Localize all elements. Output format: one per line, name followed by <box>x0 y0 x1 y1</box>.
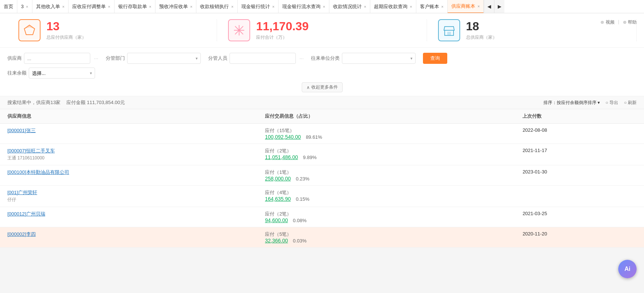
summary-row: 13 总应付供应商（家） 11,170.39 应付合计（万） <box>0 13 644 48</box>
supplier-link[interactable]: [000012]广州贝瑞 <box>7 211 45 217</box>
nav-tab-bank-deposit-close[interactable]: × <box>149 4 151 9</box>
category-filter-label: 往来单位分类 <box>311 55 340 62</box>
supplier-link[interactable]: [000001]张三 <box>7 128 36 133</box>
supplier-sub: 仔仔 <box>7 197 250 203</box>
dept-filter-label: 分管部门 <box>106 55 125 62</box>
nav-tab-overdue-close[interactable]: × <box>410 4 412 9</box>
table-row: [000012]广州贝瑞 应付（2笔） 94,600.00 0.08% 2021… <box>0 207 644 227</box>
video-link[interactable]: ⊙ 视频 <box>601 19 614 25</box>
query-button[interactable]: 查询 <box>423 53 447 64</box>
filter-row-1: 供应商 ··· 分管部门 分管人员 ··· 往 <box>7 53 637 64</box>
help-icon: ⊙ <box>623 20 627 25</box>
refresh-button[interactable]: ○ 刷新 <box>624 100 637 106</box>
tx-amount-row: 100,092,540.00 89.61% <box>265 134 508 140</box>
summary-card-payable-total: 11,170.39 应付合计（万） <box>217 19 427 41</box>
nav-tab-3-close[interactable]: × <box>26 4 28 9</box>
nav-tab-verify-close[interactable]: × <box>231 4 233 9</box>
nav-tab-cash-flow-label: 现金银行流水查询 <box>282 3 321 10</box>
last-pay-date: 2022-08-08 <box>522 127 547 133</box>
refresh-icon: ○ <box>624 100 627 105</box>
export-label: 导出 <box>609 100 618 106</box>
table-row: [000002]李四 应付（5笔） 32,366.00 0.03% 2020-1… <box>0 227 644 248</box>
card-icon-diamond <box>18 19 41 41</box>
supplier-link[interactable]: [000002]李四 <box>7 231 36 237</box>
last-pay-cell: 2023-01-30 <box>515 165 644 186</box>
transaction-info-cell: 应付（2笔） 94,600.00 0.08% <box>258 207 515 227</box>
nav-tab-prepayment-close[interactable]: × <box>190 4 192 9</box>
balance-select[interactable]: 选择... <box>29 68 95 79</box>
tx-amount[interactable]: 32,366.00 <box>265 238 288 244</box>
filter-person: 分管人员 ··· <box>208 53 304 64</box>
supplier-info-cell: [000012]广州贝瑞 <box>0 207 258 227</box>
tx-amount[interactable]: 100,092,540.00 <box>265 134 301 140</box>
result-summary: 搜索结果中，供应商13家 应付金额 111,703,854.00元 <box>7 99 125 106</box>
nav-tab-collection-stat-close[interactable]: × <box>364 4 366 9</box>
transaction-info-cell: 应付（5笔） 32,366.00 0.03% <box>258 227 515 248</box>
nav-tab-ar-adjustment-label: 应收应付调整单 <box>72 3 106 10</box>
card-label-2: 应付合计（万） <box>256 34 308 41</box>
refresh-label: 刷新 <box>628 100 637 106</box>
nav-tab-supplier-ledger-close[interactable]: × <box>477 4 480 8</box>
col-header-transaction: 应付交易信息（占比） <box>258 109 515 124</box>
supplier-link[interactable]: [001]广州荣轩 <box>7 190 37 195</box>
nav-tab-home[interactable]: 首页 <box>0 0 17 13</box>
nav-tab-customer-ledger[interactable]: 客户账本 × <box>416 0 448 13</box>
svg-point-6 <box>238 29 240 31</box>
dept-select[interactable] <box>127 53 201 64</box>
nav-tab-cash-bank-stat-close[interactable]: × <box>272 4 274 9</box>
nav-tab-3[interactable]: 3 × <box>17 0 32 13</box>
filter-dept: 分管部门 <box>106 53 201 64</box>
top-navigation: 首页 3 × 其他收入单 × 应收应付调整单 × 银行存取款单 × 预收冲应收单… <box>0 0 644 13</box>
nav-tab-overdue-label: 超期应收款查询 <box>374 3 407 10</box>
export-button[interactable]: ○ 导出 <box>606 100 618 106</box>
last-pay-date: 2021-03-25 <box>522 211 547 216</box>
tx-amount[interactable]: 258,000.00 <box>265 176 291 182</box>
last-pay-date: 2021-11-17 <box>522 148 547 153</box>
collapse-button[interactable]: ∧ 收起更多条件 <box>302 82 343 92</box>
nav-tab-bank-deposit[interactable]: 银行存取款单 × <box>115 0 155 13</box>
tx-amount[interactable]: 11,051,486.00 <box>265 154 298 160</box>
nav-tab-ar-adjustment-close[interactable]: × <box>108 4 110 9</box>
nav-tab-overdue[interactable]: 超期应收款查询 × <box>370 0 416 13</box>
last-pay-cell: 2022-08-08 <box>515 124 644 144</box>
tx-amount[interactable]: 94,600.00 <box>265 217 288 223</box>
supplier-link[interactable]: [000100]本特勤油品有限公司 <box>7 169 69 175</box>
card-icon-snowflake <box>228 19 250 41</box>
card-content-1: 13 总应付供应商（家） <box>46 20 86 41</box>
balance-select-wrapper: 选择... <box>29 68 95 79</box>
category-select[interactable] <box>342 53 416 64</box>
nav-tab-other-income[interactable]: 其他收入单 × <box>32 0 69 13</box>
nav-tab-cash-flow[interactable]: 现金银行流水查询 × <box>279 0 329 13</box>
nav-tab-verify[interactable]: 收款核销执行 × <box>196 0 237 13</box>
help-label: 帮助 <box>628 20 637 25</box>
tx-amount[interactable]: 164,635.90 <box>265 196 291 202</box>
result-bar: 搜索结果中，供应商13家 应付金额 111,703,854.00元 排序：按应付… <box>0 96 644 109</box>
card-num-1: 13 <box>46 20 86 33</box>
sort-button[interactable]: 排序：按应付余额倒序排序 ▾ <box>543 100 600 106</box>
person-input[interactable] <box>230 53 296 64</box>
nav-arrow-right[interactable]: ▶ <box>494 0 504 13</box>
nav-arrow-left[interactable]: ◀ <box>484 0 494 13</box>
nav-tab-other-income-close[interactable]: × <box>62 4 64 9</box>
table-header-row: 供应商信息 应付交易信息（占比） 上次付数 <box>0 109 644 124</box>
last-pay-cell: 2021-11-17 <box>515 144 644 165</box>
nav-tab-prepayment[interactable]: 预收冲应收单 × <box>155 0 196 13</box>
supplier-info-cell: [000002]李四 <box>0 227 258 248</box>
nav-tab-customer-ledger-close[interactable]: × <box>441 4 444 9</box>
supplier-input[interactable] <box>24 53 90 64</box>
nav-tab-supplier-ledger[interactable]: 供应商账本 × <box>448 0 484 13</box>
nav-tab-cash-flow-close[interactable]: × <box>323 4 325 9</box>
nav-tab-supplier-ledger-label: 供应商账本 <box>451 3 475 10</box>
card-num-3: 18 <box>466 20 497 33</box>
person-dots[interactable]: ··· <box>300 55 304 61</box>
supplier-dots[interactable]: ··· <box>94 55 98 61</box>
supplier-link[interactable]: [000007]恒旺二手叉车 <box>7 148 55 154</box>
help-link[interactable]: ⊙ 帮助 <box>623 19 637 25</box>
nav-tab-ar-adjustment[interactable]: 应收应付调整单 × <box>69 0 114 13</box>
collapse-icon: ∧ <box>307 85 310 90</box>
nav-tab-collection-stat[interactable]: 收款情况统计 × <box>329 0 370 13</box>
card-label-1: 总应付供应商（家） <box>46 34 86 41</box>
nav-tab-cash-bank-stat[interactable]: 现金银行统计 × <box>238 0 279 13</box>
supplier-info-cell: [001]广州荣轩 仔仔 <box>0 186 258 207</box>
tx-percent: 9.89% <box>303 155 316 160</box>
